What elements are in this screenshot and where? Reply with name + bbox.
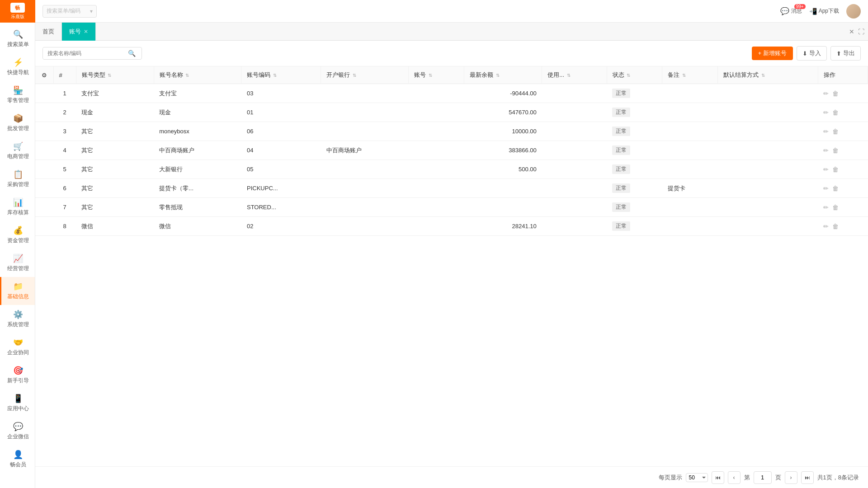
sidebar-item-basic-info[interactable]: 📁基础信息 [0, 277, 35, 305]
cell-name-2: moneybosx [154, 122, 241, 141]
col-status: 状态 ⇅ [607, 66, 662, 84]
edit-button-7[interactable]: ✏ [823, 223, 829, 230]
page-first-button[interactable]: ⏮ [712, 471, 724, 484]
col-default-settlement: 默认结算方式 ⇅ [718, 66, 818, 84]
table-header-row: ⚙ # 账号类型 ⇅ 账号名称 ⇅ 账号编码 ⇅ 开户银行 ⇅ 账号 ⇅ 最新余… [35, 66, 868, 84]
edit-button-2[interactable]: ✏ [823, 128, 829, 135]
cell-name-7: 微信 [154, 217, 241, 236]
sidebar-item-newbie-guide[interactable]: 🎯新手引导 [0, 361, 35, 389]
cell-account-no-7 [409, 217, 464, 236]
search-button[interactable]: 🔍 [124, 47, 139, 59]
col-account-name: 账号名称 ⇅ [154, 66, 241, 84]
tab-close-action[interactable]: ✕ [849, 28, 854, 35]
edit-button-4[interactable]: ✏ [823, 166, 829, 173]
tab-account[interactable]: 账号 ✕ [62, 23, 96, 41]
add-account-button[interactable]: + 新增账号 [752, 47, 793, 60]
edit-button-1[interactable]: ✏ [823, 109, 829, 116]
sidebar-item-search-menu[interactable]: 🔍搜索菜单 [0, 25, 35, 53]
sidebar-label-search-menu: 搜索菜单 [7, 41, 29, 48]
cell-name-6: 零售抵现 [154, 198, 241, 217]
sidebar-item-quick-nav[interactable]: ⚡快捷导航 [0, 53, 35, 81]
tab-account-close[interactable]: ✕ [84, 28, 88, 35]
sidebar-item-wholesale-mgmt[interactable]: 📦批发管理 [0, 109, 35, 137]
sort-icon-balance[interactable]: ⇅ [496, 73, 500, 78]
import-button[interactable]: ⬇ 导入 [797, 46, 827, 61]
sidebar-label-enterprise-agreement: 企业协同 [7, 349, 29, 357]
cell-name-3: 中百商场账户 [154, 141, 241, 160]
delete-button-7[interactable]: 🗑 [832, 223, 839, 230]
sort-icon-settlement[interactable]: ⇅ [761, 73, 765, 78]
cell-type-1: 现金 [76, 103, 154, 122]
sidebar-item-sys-mgmt[interactable]: ⚙️系统管理 [0, 305, 35, 333]
delete-button-2[interactable]: 🗑 [832, 128, 839, 135]
search-input[interactable] [43, 48, 124, 59]
sidebar-item-ecommerce-mgmt[interactable]: 🛒电商管理 [0, 137, 35, 165]
sidebar-item-enterprise-wechat[interactable]: 💬企业微信 [0, 417, 35, 445]
delete-button-4[interactable]: 🗑 [832, 166, 839, 173]
col-account-code: 账号编码 ⇅ [241, 66, 321, 84]
delete-button-3[interactable]: 🗑 [832, 147, 839, 154]
search-input-container: 🔍 [42, 47, 142, 60]
sort-icon-name[interactable]: ⇅ [185, 73, 189, 78]
table-container: ⚙ # 账号类型 ⇅ 账号名称 ⇅ 账号编码 ⇅ 开户银行 ⇅ 账号 ⇅ 最新余… [35, 66, 868, 466]
sidebar-label-inventory: 库存核算 [7, 209, 29, 216]
delete-button-5[interactable]: 🗑 [832, 185, 839, 192]
cell-remark-7 [662, 217, 718, 236]
delete-button-0[interactable]: 🗑 [832, 90, 839, 97]
tab-home[interactable]: 首页 [35, 23, 62, 41]
user-avatar[interactable] [846, 4, 861, 19]
cell-code-4: 05 [241, 160, 321, 179]
sidebar-item-member[interactable]: 👤畅会员 [0, 445, 35, 473]
sort-icon-code[interactable]: ⇅ [273, 73, 277, 78]
page-label: 第 [744, 474, 750, 482]
sort-icon-status[interactable]: ⇅ [627, 73, 630, 78]
page-last-button[interactable]: ⏭ [801, 471, 814, 484]
table-row: 4 其它 中百商场账户 04 中百商场账户 383866.00 正常 ✏ 🗑 [35, 141, 868, 160]
tab-fullscreen-action[interactable]: ⛶ [858, 28, 864, 35]
per-page-select[interactable]: 50 100 200 [686, 473, 708, 482]
nav-search-dropdown[interactable]: ▾ [90, 8, 93, 14]
cell-type-7: 微信 [76, 217, 154, 236]
cell-account-no-1 [409, 103, 464, 122]
cell-status-7: 正常 [607, 217, 662, 236]
message-button[interactable]: 💬 消息 99+ [780, 7, 802, 15]
delete-button-1[interactable]: 🗑 [832, 109, 839, 116]
edit-button-5[interactable]: ✏ [823, 185, 829, 192]
sort-icon-remark[interactable]: ⇅ [682, 73, 686, 78]
sidebar-label-ecommerce-mgmt: 电商管理 [7, 153, 29, 160]
cell-balance-3: 383866.00 [464, 141, 542, 160]
sidebar-item-inventory[interactable]: 📊库存核算 [0, 193, 35, 221]
app-download-button[interactable]: 📲 App下载 [809, 7, 839, 15]
cell-settlement-2 [718, 122, 818, 141]
tabs-bar: 首页 账号 ✕ ✕ ⛶ [35, 23, 868, 41]
cell-usage-6 [542, 198, 607, 217]
sidebar-item-purchase-mgmt[interactable]: 📋采购管理 [0, 165, 35, 193]
sidebar-icon-enterprise-wechat: 💬 [13, 422, 23, 432]
cell-bank-4 [321, 160, 409, 179]
status-badge-2: 正常 [612, 127, 630, 136]
cell-status-0: 正常 [607, 84, 662, 103]
nav-search-box[interactable]: 搜索菜单/编码 ▾ [42, 5, 97, 18]
sort-icon-no[interactable]: ⇅ [429, 73, 432, 78]
page-next-button[interactable]: › [785, 471, 797, 484]
edit-button-6[interactable]: ✏ [823, 204, 829, 211]
page-prev-button[interactable]: ‹ [728, 471, 741, 484]
page-number-input[interactable] [754, 471, 772, 484]
sidebar-item-finance-mgmt[interactable]: 💰资金管理 [0, 221, 35, 249]
sort-icon-usage[interactable]: ⇅ [567, 73, 571, 78]
cell-remark-0 [662, 84, 718, 103]
sort-icon-bank[interactable]: ⇅ [353, 73, 356, 78]
cell-bank-3: 中百商场账户 [321, 141, 409, 160]
sidebar-item-enterprise-agreement[interactable]: 🤝企业协同 [0, 333, 35, 361]
sidebar-item-retail-mgmt[interactable]: 🏪零售管理 [0, 81, 35, 109]
edit-button-3[interactable]: ✏ [823, 147, 829, 154]
sidebar-item-app-center[interactable]: 📱应用中心 [0, 389, 35, 417]
cell-settlement-5 [718, 179, 818, 198]
col-settings[interactable]: ⚙ [35, 66, 53, 84]
edit-button-0[interactable]: ✏ [823, 90, 829, 97]
export-button[interactable]: ⬆ 导出 [830, 46, 861, 61]
delete-button-6[interactable]: 🗑 [832, 204, 839, 211]
sidebar-icon-retail-mgmt: 🏪 [13, 85, 23, 96]
sort-icon-type[interactable]: ⇅ [108, 73, 111, 78]
sidebar-item-ops-mgmt[interactable]: 📈经营管理 [0, 249, 35, 277]
